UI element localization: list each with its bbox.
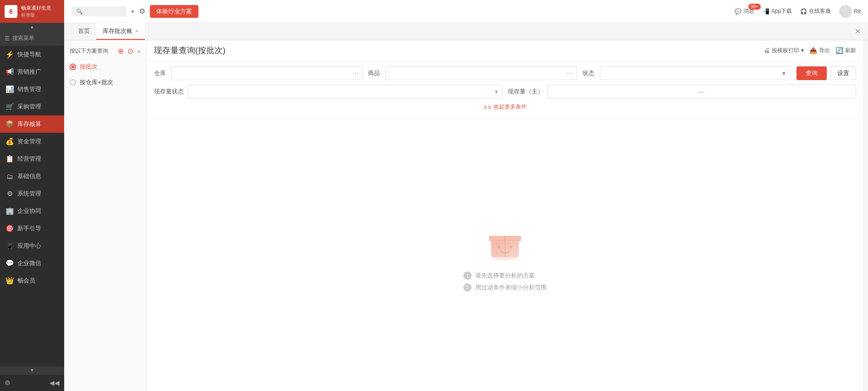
sidebar-item-operations[interactable]: 📋 经营管理 — [0, 150, 64, 168]
field-actions: 查询 设置 — [797, 66, 856, 80]
refresh-label: 刷新 — [845, 47, 856, 54]
inventory-qty-range[interactable]: — — [547, 85, 856, 98]
app-download-label: App下载 — [771, 7, 792, 15]
filter-radio-batch — [70, 64, 76, 70]
svg-point-5 — [510, 245, 512, 248]
top-search-dropdown[interactable]: ▾ — [131, 8, 134, 15]
message-button[interactable]: 💬 消息 99+ — [735, 7, 754, 15]
sidebar-item-label: 畅会员 — [17, 277, 35, 285]
top-search-bar[interactable]: 🔍 — [71, 6, 126, 16]
sidebar-item-purchase[interactable]: 🛒 采购管理 — [0, 98, 64, 115]
filter-label-warehouse: 按仓库+批次 — [80, 78, 113, 87]
sidebar-item-inventory[interactable]: 📦 库存核算 — [0, 115, 64, 133]
collapse-icon: ∧∧ — [483, 104, 492, 110]
export-icon: 📤 — [809, 47, 817, 54]
online-service-label: 在线客服 — [809, 7, 831, 15]
settings-button[interactable]: 设置 — [830, 66, 856, 80]
guide-icon: 🎯 — [5, 224, 14, 233]
user-profile[interactable]: Rit — [839, 5, 861, 18]
brand-tag: 标准版 — [21, 12, 51, 18]
sidebar-item-enterprise[interactable]: 🏢 企业协同 — [0, 202, 64, 220]
export-button[interactable]: 📤 导出 — [809, 47, 830, 54]
trial-button[interactable]: 体验行业方案 — [150, 5, 198, 18]
search-menu-item[interactable]: ☰ 搜索菜单 — [0, 31, 64, 46]
filter-radio-warehouse — [70, 79, 76, 86]
message-icon: 💬 — [735, 8, 742, 15]
sidebar-item-label: 经营管理 — [17, 155, 41, 163]
sidebar-item-label: 应用中心 — [17, 242, 41, 250]
filter-item-warehouse-batch[interactable]: 按仓库+批次 — [64, 75, 146, 90]
sidebar-item-guide[interactable]: 🎯 新手引导 — [0, 220, 64, 237]
svg-point-4 — [498, 245, 500, 248]
sidebar-scroll-down[interactable]: ▼ — [0, 366, 64, 374]
member-icon: 👑 — [5, 277, 14, 285]
filter-collapse-icon[interactable]: « — [137, 48, 141, 55]
refresh-button[interactable]: 🔄 刷新 — [835, 47, 856, 54]
sidebar-item-finance[interactable]: 💰 资金管理 — [0, 133, 64, 150]
basic-icon: 🗂 — [5, 173, 14, 180]
top-settings-icon[interactable]: ⚙ — [139, 7, 145, 16]
top-header: 🔍 ▾ ⚙ 体验行业方案 💬 消息 99+ 📲 App下载 🎧 在线客服 Rit — [64, 0, 868, 23]
product-label: 商品 — [368, 69, 382, 77]
tab-inventory-batch[interactable]: 库存批次账 × — [96, 23, 145, 40]
warehouse-input[interactable]: ··· — [171, 66, 363, 80]
app-download-button[interactable]: 📲 App下载 — [763, 7, 792, 15]
export-label: 导出 — [819, 47, 830, 54]
status-select[interactable]: ▼ — [600, 66, 791, 80]
tab-inventory-batch-label: 库存批次账 — [103, 27, 132, 35]
sidebar-item-appstore[interactable]: 📱 应用中心 — [0, 237, 64, 255]
inventory-icon: 📦 — [5, 120, 14, 128]
product-dots[interactable]: ··· — [566, 69, 572, 77]
sidebar-item-basic[interactable]: 🗂 基础信息 — [0, 168, 64, 185]
empty-tips: 1 请先选择要分析的方案 2 用过滤条件来缩小分析范围 — [463, 272, 547, 292]
sidebar-collapse-icon[interactable]: ◀◀ — [49, 379, 60, 386]
filter-label-batch: 按批次 — [80, 63, 98, 71]
sidebar-item-wechat[interactable]: 💬 企业微信 — [0, 255, 64, 272]
warehouse-dots[interactable]: ··· — [352, 69, 358, 77]
search-form: 仓库 ··· 商品 ··· 状态 — [147, 61, 863, 119]
collapse-row[interactable]: ∧∧ 收起更多条件 — [154, 100, 856, 113]
tab-home[interactable]: 首页 — [71, 23, 96, 40]
search-row-2: 现存量状态 ▾ 现存量（主） — — [154, 85, 856, 98]
sidebar-item-marketing[interactable]: 📢 营销推广 — [0, 63, 64, 81]
sidebar-item-system[interactable]: ⚙ 系统管理 — [0, 185, 64, 202]
svg-point-6 — [492, 257, 518, 261]
tip-num-1: 1 — [463, 272, 472, 280]
inventory-status-select[interactable]: ▾ — [187, 85, 502, 98]
sidebar-item-sales[interactable]: 📊 销售管理 — [0, 81, 64, 98]
system-icon: ⚙ — [5, 190, 14, 198]
finance-icon: 💰 — [5, 137, 14, 146]
sidebar-item-member[interactable]: 👑 畅会员 — [0, 272, 64, 289]
empty-tip-2: 2 用过滤条件来缩小分析范围 — [463, 283, 547, 292]
print-dropdown-icon[interactable]: ▾ — [801, 47, 804, 54]
close-tab-icon[interactable]: × — [135, 28, 138, 34]
sidebar-scroll-up[interactable]: ▲ — [0, 23, 64, 31]
query-button[interactable]: 查询 — [797, 66, 827, 80]
inventory-qty-label: 现存量（主） — [508, 87, 544, 96]
top-header-right: 💬 消息 99+ 📲 App下载 🎧 在线客服 Rit — [735, 5, 861, 18]
marketing-icon: 📢 — [5, 68, 14, 76]
search-menu-label: 搜索菜单 — [12, 34, 34, 42]
filter-add-icon[interactable]: ⊕ — [118, 47, 124, 55]
sidebar-settings-icon[interactable]: ⚙ — [5, 379, 11, 386]
filter-item-batch[interactable]: 按批次 — [64, 59, 146, 75]
tip-text-1: 请先选择要分析的方案 — [475, 272, 535, 280]
tab-panel-close[interactable]: ✕ — [855, 27, 861, 36]
print-icon: 🖨 — [764, 47, 770, 54]
filter-panel-header: 按以下方案查询 ⊕ ⊙ « — [64, 45, 146, 59]
print-button[interactable]: 🖨 按模板打印 ▾ — [764, 47, 804, 54]
product-input[interactable]: ··· — [385, 66, 577, 80]
sidebar-item-quicknav[interactable]: ⚡ 快捷导航 — [0, 46, 64, 63]
sidebar: 6 畅康通好生意 标准版 ▲ ☰ 搜索菜单 ⚡ 快捷导航 📢 营销推广 📊 销售… — [0, 0, 64, 391]
wechat-icon: 💬 — [5, 259, 14, 267]
main-wrapper: 🔍 ▾ ⚙ 体验行业方案 💬 消息 99+ 📲 App下载 🎧 在线客服 Rit — [64, 0, 868, 391]
filter-settings-icon[interactable]: ⊙ — [127, 47, 133, 55]
search-icon: ☰ — [5, 35, 10, 42]
status-field: 状态 ▼ — [582, 66, 791, 80]
query-area: 现存量查询(按批次) 🖨 按模板打印 ▾ 📤 导出 🔄 刷新 — [147, 40, 863, 391]
print-label: 按模板打印 — [772, 47, 799, 54]
online-service-button[interactable]: 🎧 在线客服 — [800, 7, 831, 15]
top-search-icon: 🔍 — [76, 8, 83, 15]
empty-illustration — [482, 218, 528, 264]
right-scrollbar[interactable] — [863, 40, 868, 391]
